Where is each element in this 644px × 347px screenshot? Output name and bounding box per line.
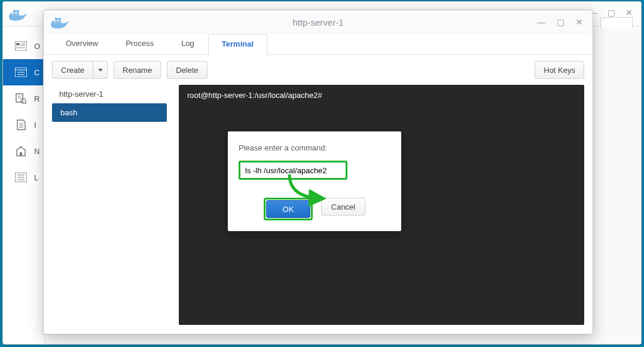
sidebar-label: L (34, 173, 38, 182)
sidebar-label: C (34, 68, 39, 77)
session-item-bash[interactable]: bash (52, 103, 167, 122)
docker-whale-icon (8, 7, 29, 22)
terminal-toolbar: Create Rename Delete Hot Keys (44, 55, 593, 85)
input-annotation-highlight (239, 161, 347, 180)
terminal-prompt: root@http-server-1:/usr/local/apache2# (187, 91, 576, 100)
background-sidebar: O C R I N L (3, 28, 45, 345)
chevron-down-icon (98, 69, 103, 72)
svg-rect-31 (55, 18, 58, 21)
dialog-button-row: OK Cancel (239, 198, 390, 220)
cancel-button[interactable]: Cancel (321, 198, 365, 216)
sidebar-label: N (34, 147, 39, 156)
close-button[interactable]: ✕ (571, 15, 588, 29)
docker-whale-icon (50, 14, 71, 30)
svg-rect-3 (13, 10, 16, 13)
sidebar-label: R (34, 94, 39, 103)
tab-terminal[interactable]: Terminal (208, 34, 267, 54)
image-icon (15, 119, 27, 131)
svg-rect-6 (16, 43, 20, 45)
ok-annotation-highlight: OK (264, 198, 313, 220)
sidebar-label: O (34, 42, 40, 51)
tab-process[interactable]: Process (112, 34, 167, 54)
sidebar-item-overview[interactable]: O (3, 33, 44, 59)
modal-window-controls: — ▢ ✕ (533, 15, 588, 29)
sidebar-item-image[interactable]: I (3, 112, 44, 138)
tab-overview[interactable]: Overview (52, 34, 112, 54)
sidebar-label: I (34, 121, 36, 130)
tab-log[interactable]: Log (167, 34, 208, 54)
sidebar-item-container[interactable]: C (3, 59, 44, 85)
svg-rect-5 (15, 41, 27, 51)
command-input[interactable] (240, 162, 346, 178)
modal-tabs: Overview Process Log Terminal (44, 34, 593, 55)
svg-point-23 (20, 146, 22, 148)
svg-line-18 (25, 103, 26, 104)
terminal-panel[interactable]: root@http-server-1:/usr/local/apache2# P… (179, 85, 584, 325)
card-icon (15, 40, 27, 52)
create-split-button: Create (52, 61, 108, 79)
sidebar-item-log[interactable]: L (3, 164, 44, 191)
container-detail-window: http-server-1 — ▢ ✕ Overview Process Log… (43, 10, 593, 334)
session-group-label: http-server-1 (52, 85, 167, 103)
svg-point-17 (21, 99, 26, 103)
command-dialog: Please enter a command: OK Cancel (228, 131, 401, 231)
modal-titlebar[interactable]: http-server-1 — ▢ ✕ (44, 10, 593, 34)
create-dropdown-button[interactable] (93, 61, 108, 79)
create-button[interactable]: Create (52, 61, 93, 79)
dialog-label: Please enter a command: (239, 143, 390, 152)
log-icon (15, 171, 27, 183)
delete-button[interactable]: Delete (167, 61, 207, 79)
ok-button[interactable]: OK (266, 200, 310, 218)
svg-rect-32 (58, 18, 61, 21)
rename-button[interactable]: Rename (114, 61, 161, 79)
modal-body: http-server-1 bash root@http-server-1:/u… (44, 85, 593, 333)
svg-rect-22 (20, 152, 22, 156)
network-icon (15, 145, 27, 157)
sidebar-item-network[interactable]: N (3, 138, 44, 164)
registry-icon (15, 93, 27, 105)
container-icon (15, 66, 27, 78)
modal-title: http-server-1 (292, 17, 343, 27)
minimize-button[interactable]: — (533, 15, 550, 29)
maximize-button[interactable]: ▢ (552, 15, 569, 29)
sidebar-item-registry[interactable]: R (3, 85, 44, 112)
terminal-session-sidebar: http-server-1 bash (52, 85, 179, 325)
svg-rect-4 (16, 10, 19, 13)
hot-keys-button[interactable]: Hot Keys (535, 61, 584, 79)
